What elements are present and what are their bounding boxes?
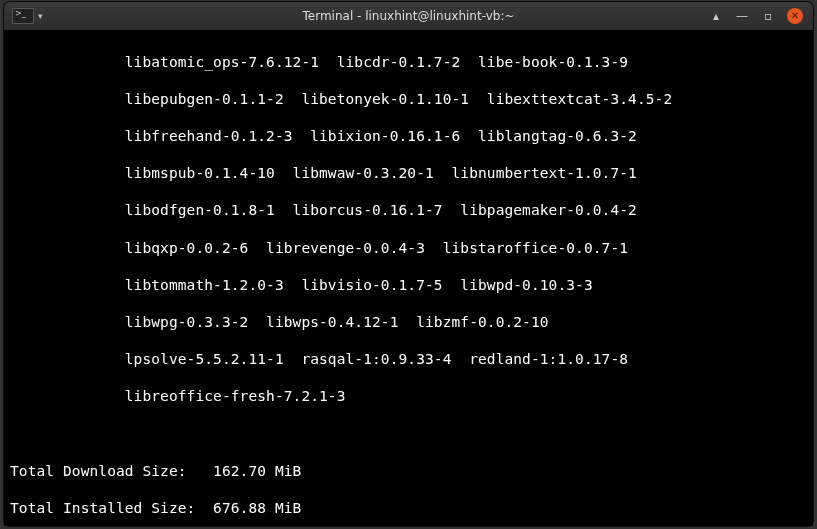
- package-list-line: libepubgen-0.1.1-2 libetonyek-0.1.10-1 l…: [10, 90, 807, 109]
- package-list-line: libmspub-0.1.4-10 libmwaw-0.3.20-1 libnu…: [10, 164, 807, 183]
- total-installed-size: Total Installed Size: 676.88 MiB: [10, 499, 807, 518]
- total-download-size: Total Download Size: 162.70 MiB: [10, 462, 807, 481]
- minimize-button[interactable]: —: [735, 9, 749, 23]
- package-list-line: libreoffice-fresh-7.2.1-3: [10, 387, 807, 406]
- terminal-content[interactable]: libatomic_ops-7.6.12-1 libcdr-0.1.7-2 li…: [4, 30, 813, 526]
- package-list-line: libtommath-1.2.0-3 libvisio-0.1.7-5 libw…: [10, 276, 807, 295]
- window-controls: ▴ — ▫ ✕: [709, 8, 813, 24]
- terminal-window: >_ ▾ Terminal - linuxhint@linuxhint-vb:~…: [4, 2, 813, 526]
- package-list-line: libfreehand-0.1.2-3 libixion-0.16.1-6 li…: [10, 127, 807, 146]
- package-list-line: libwpg-0.3.3-2 libwps-0.4.12-1 libzmf-0.…: [10, 313, 807, 332]
- package-list-line: lpsolve-5.5.2.11-1 rasqal-1:0.9.33-4 red…: [10, 350, 807, 369]
- blank-line: [10, 424, 807, 443]
- window-title: Terminal - linuxhint@linuxhint-vb:~: [4, 9, 813, 23]
- titlebar[interactable]: >_ ▾ Terminal - linuxhint@linuxhint-vb:~…: [4, 2, 813, 30]
- package-list-line: libatomic_ops-7.6.12-1 libcdr-0.1.7-2 li…: [10, 53, 807, 72]
- package-list-line: libqxp-0.0.2-6 librevenge-0.0.4-3 libsta…: [10, 239, 807, 258]
- maximize-button[interactable]: ▫: [761, 9, 775, 23]
- close-button[interactable]: ✕: [787, 8, 803, 24]
- terminal-icon: >_: [12, 8, 34, 24]
- app-menu-dropdown-icon[interactable]: ▾: [38, 11, 43, 21]
- show-menubar-button[interactable]: ▴: [709, 9, 723, 23]
- package-list-line: libodfgen-0.1.8-1 liborcus-0.16.1-7 libp…: [10, 201, 807, 220]
